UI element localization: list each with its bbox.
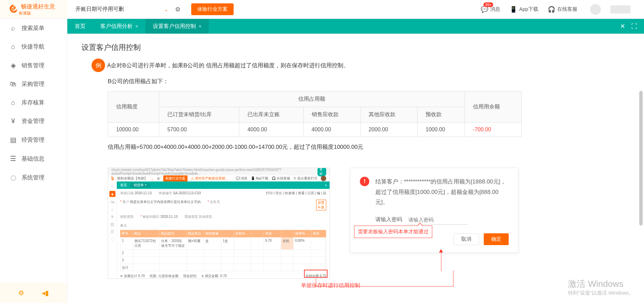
- dialog-illustration: ! 结算客户：************的信用占用额为[1888.00元]，超过了…: [350, 168, 518, 279]
- cell-c3: 4000.00: [303, 123, 360, 137]
- sidebar-item-label: 库存核算: [22, 99, 44, 106]
- sidebar-item-finance[interactable]: ¥资金管理: [0, 112, 67, 130]
- money-icon: ¥: [9, 117, 17, 125]
- list-icon: ☰: [9, 155, 17, 163]
- messages-badge: 99+: [483, 2, 493, 7]
- search-icon: ⌕: [9, 24, 17, 32]
- th-usage: 信用占用额: [159, 92, 465, 107]
- sidebar-item-quicknav[interactable]: ⌂快捷导航: [0, 37, 67, 56]
- th-sub-3: 销售应收款: [303, 107, 360, 123]
- calculation-text: 信用占用额=5700.00+4000.00+4000.00+2000.00-10…: [108, 143, 630, 151]
- example-text-2: B公司的信用额占如下：: [108, 77, 630, 85]
- collapse-icon[interactable]: ◂▮: [42, 289, 49, 297]
- th-sub-5: 预收款: [417, 107, 465, 123]
- arrowhead-icon: [439, 249, 443, 252]
- brand-edition: 标准版: [19, 10, 31, 16]
- sidebar-item-system[interactable]: ◌系统管理: [0, 168, 67, 187]
- confirm-button[interactable]: 确定: [484, 233, 509, 245]
- example-text-1: A企对B公司进行开单时，如果B公司的 信用占用额超过了信用额度，则在保存时进行信…: [107, 61, 349, 71]
- mini-home-icon: ⌂: [111, 183, 113, 188]
- user-menu[interactable]: [610, 5, 631, 13]
- sidebar-item-label: 资金管理: [22, 117, 44, 125]
- messages-button[interactable]: 💬 消息 99+: [481, 6, 500, 13]
- example-badge: 例: [92, 59, 105, 72]
- industry-solution-button[interactable]: 体验行业方案: [191, 3, 234, 15]
- app-download-button[interactable]: 📱 App下载: [510, 6, 538, 13]
- bag-icon: 🛍: [9, 80, 17, 88]
- th-sub-2: 已出库未立账: [239, 107, 303, 123]
- gear-icon[interactable]: ⚙: [175, 6, 180, 13]
- dropdown-label: 开账日期可停用可删: [75, 6, 124, 13]
- credit-table: 信用额度 信用占用额 信用用余额 已订货未销货/出库 已出库未立账 销售应收款 …: [108, 91, 522, 137]
- customer-service-label: 在线客服: [557, 6, 577, 12]
- logo-area[interactable]: 畅捷通好生意 标准版: [0, 0, 67, 19]
- headset-icon: 🎧: [548, 6, 555, 13]
- th-limit: 信用额度: [108, 92, 159, 123]
- cell-limit: 10000.00: [108, 123, 159, 137]
- page-title: 设置客户信用控制: [81, 42, 630, 53]
- cell-balance: -700.00: [465, 123, 521, 137]
- sidebar-item-label: 经营管理: [22, 136, 44, 144]
- password-label: 请输入密码: [375, 216, 402, 223]
- mini-screenshot: cloud.chanjet.com/hsy/0/1?pbrtm?da?fmp?a…: [108, 168, 330, 279]
- tab-label: 客户信用分析: [100, 23, 133, 30]
- circle-icon: ◌: [9, 173, 17, 181]
- sidebar-item-label: 系统管理: [22, 174, 44, 181]
- sidebar-item-label: 基础信息: [22, 155, 44, 163]
- sidebar: ⌕搜索菜单 ⌂快捷导航 ◈销售管理 🛍采购管理 ⌂库存核算 ¥资金管理 ▤经营管…: [0, 19, 67, 303]
- settings-icon[interactable]: ⚙: [18, 289, 24, 297]
- sidebar-item-basic[interactable]: ☰基础信息: [0, 149, 67, 168]
- fullscreen-icon[interactable]: ⛶: [631, 23, 637, 30]
- th-sub-1: 已订货未销货/出库: [159, 107, 239, 123]
- tab-credit-control-settings[interactable]: 设置客户信用控制×: [145, 19, 209, 34]
- sidebar-item-label: 快捷导航: [22, 43, 44, 50]
- dialog-message: 结算客户：************的信用占用额为[1888.00元]，超过了信用…: [375, 177, 509, 208]
- sidebar-item-label: 销售管理: [22, 62, 44, 69]
- brand-name: 畅捷通好生意: [21, 3, 55, 10]
- report-icon: ▤: [9, 136, 17, 144]
- cell-c1: 5700.00: [159, 123, 239, 137]
- connector-line: [316, 278, 454, 287]
- close-icon[interactable]: ×: [199, 24, 201, 29]
- sidebar-item-sales[interactable]: ◈销售管理: [0, 56, 67, 75]
- sidebar-item-operation[interactable]: ▤经营管理: [0, 130, 67, 149]
- sidebar-item-search[interactable]: ⌕搜索菜单: [0, 19, 67, 37]
- mini-brand-icon: ხ: [111, 176, 114, 181]
- cell-c4: 2000.00: [360, 123, 417, 137]
- close-all-icon[interactable]: ✕: [620, 23, 625, 30]
- table-row: 10000.00 5700.00 4000.00 4000.00 2000.00…: [108, 123, 522, 137]
- warning-icon: !: [360, 177, 369, 186]
- connector-line: [453, 270, 453, 287]
- credit-warning-dialog: ! 结算客户：************的信用占用额为[1888.00元]，超过了…: [350, 168, 518, 253]
- th-sub-4: 其他应收款: [360, 107, 417, 123]
- connector-line: [441, 252, 441, 271]
- tab-label: 首页: [75, 23, 86, 30]
- mobile-icon: 📱: [510, 6, 517, 13]
- cell-c5: 1000.00: [417, 123, 465, 137]
- avatar[interactable]: [590, 4, 601, 15]
- sidebar-item-purchase[interactable]: 🛍采购管理: [0, 75, 67, 93]
- cancel-button[interactable]: 取消: [453, 233, 479, 245]
- tag-icon: ◈: [9, 61, 17, 69]
- sidebar-item-label: 采购管理: [22, 80, 44, 88]
- chevron-down-icon: ⌄: [164, 7, 168, 12]
- messages-label: 消息: [490, 6, 500, 12]
- cell-c2: 4000.00: [239, 123, 303, 137]
- sidebar-item-label: 搜索菜单: [22, 24, 44, 32]
- callout-text: 需要老板输入密码本单才能通过: [354, 226, 432, 238]
- callout-tail: [417, 223, 423, 226]
- close-icon[interactable]: ×: [135, 24, 138, 29]
- account-period-dropdown[interactable]: 开账日期可停用可删 ⌄: [75, 6, 168, 13]
- mini-active-icon: ◈: [109, 191, 115, 197]
- brand-icon: [7, 3, 19, 15]
- scrollbar[interactable]: [639, 91, 643, 226]
- home-icon: ⌂: [9, 43, 17, 50]
- customer-service-button[interactable]: 🎧 在线客服: [548, 6, 577, 13]
- tab-home[interactable]: 首页: [67, 19, 93, 34]
- tab-label: 设置客户信用控制: [153, 23, 196, 30]
- tab-bar: 首页 客户信用分析× 设置客户信用控制× ✕ ⛶: [67, 19, 644, 34]
- tab-credit-analysis[interactable]: 客户信用分析×: [93, 19, 145, 34]
- password-input[interactable]: [407, 215, 468, 225]
- app-download-label: App下载: [519, 6, 538, 12]
- sidebar-item-inventory[interactable]: ⌂库存核算: [0, 93, 67, 112]
